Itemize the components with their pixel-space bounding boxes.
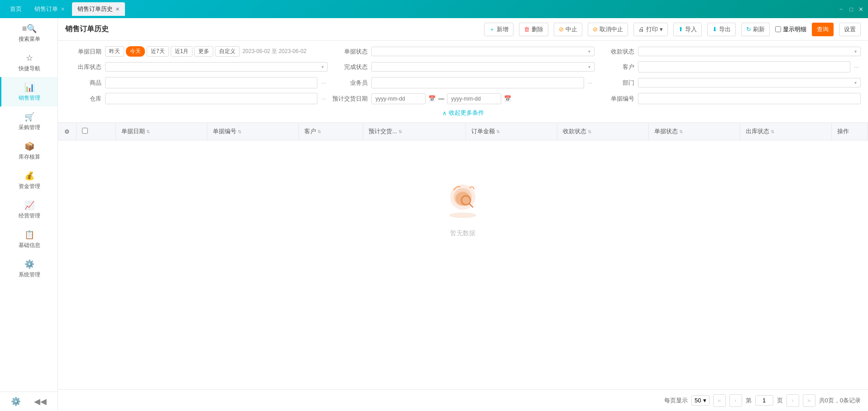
payment-status-select[interactable]: ▾ (638, 47, 861, 56)
last-page-button[interactable]: » (803, 394, 815, 407)
delivery-date-start-input[interactable] (371, 93, 426, 104)
bill-status-arrow-icon: ▾ (588, 49, 590, 54)
tab-home[interactable]: 首页 (5, 2, 27, 16)
next-page-button[interactable]: › (786, 394, 799, 407)
th-payment-status[interactable]: 收款状态 ⇅ (557, 123, 648, 140)
sidebar-item-finance[interactable]: 💰 资金管理 (0, 165, 58, 195)
dept-select[interactable]: ▾ (638, 78, 861, 87)
goods-input[interactable] (105, 77, 317, 88)
th-bill-no[interactable]: 单据编号 ⇅ (207, 123, 298, 140)
close-icon[interactable]: ✕ (858, 6, 863, 13)
maximize-icon[interactable]: □ (849, 6, 853, 13)
tab-sales-order-history-close[interactable]: ✕ (115, 6, 120, 12)
data-table: ⚙ 单据日期 ⇅ 单据编号 (58, 123, 868, 274)
sort-bill-date[interactable]: 单据日期 ⇅ (121, 127, 201, 135)
tab-sales-order-close[interactable]: ✕ (61, 6, 65, 12)
settings-button[interactable]: 设置 (839, 23, 861, 36)
stop-button[interactable]: ⊘ 中止 (554, 23, 582, 36)
sort-out-status[interactable]: 出库状态 ⇅ (746, 127, 826, 135)
first-page-button[interactable]: « (713, 394, 726, 407)
sort-bill-status[interactable]: 单据状态 ⇅ (654, 127, 734, 135)
tab-sales-order[interactable]: 销售订单 ✕ (29, 2, 70, 16)
sort-customer[interactable]: 客户 ⇅ (304, 127, 357, 135)
sort-expected-delivery[interactable]: 预计交货... ⇅ (369, 127, 460, 135)
new-button[interactable]: ＋ 新增 (484, 23, 513, 36)
salesperson-ellipsis[interactable]: ··· (586, 79, 595, 86)
per-page-select[interactable]: 50 ▾ (691, 395, 709, 406)
stop-label: 中止 (566, 25, 577, 34)
sidebar-collapse-icon[interactable]: ◀◀ (34, 396, 47, 406)
import-button[interactable]: ⬆ 导入 (673, 23, 702, 36)
out-status-select[interactable]: ▾ (105, 62, 328, 72)
th-out-status[interactable]: 出库状态 ⇅ (740, 123, 831, 140)
calendar-end-icon[interactable]: 📅 (504, 95, 511, 102)
th-order-amount[interactable]: 订单金额 ⇅ (465, 123, 557, 140)
sidebar-item-basic-info[interactable]: 📋 基础信息 (0, 224, 58, 254)
table-header-row: ⚙ 单据日期 ⇅ 单据编号 (58, 123, 868, 140)
sidebar-settings-icon[interactable]: ⚙️ (11, 396, 21, 406)
date-btn-today[interactable]: 今天 (126, 46, 145, 57)
salesperson-input[interactable] (371, 77, 584, 88)
complete-status-select[interactable]: ▾ (371, 62, 594, 72)
purchase-icon: 🛒 (24, 112, 34, 122)
warehouse-ellipsis[interactable]: ··· (319, 95, 328, 102)
th-customer[interactable]: 客户 ⇅ (298, 123, 363, 140)
payment-status-arrow-icon: ▾ (854, 49, 857, 54)
sidebar-item-search[interactable]: ≡🔍 搜索菜单 (0, 18, 58, 48)
tab-sales-order-history[interactable]: 销售订单历史 ✕ (72, 2, 125, 16)
date-btn-more[interactable]: 更多 (194, 46, 213, 57)
th-settings[interactable]: ⚙ (58, 123, 76, 140)
customer-input[interactable] (638, 61, 850, 73)
sidebar-item-system[interactable]: ⚙️ 系统管理 (0, 254, 58, 283)
goods-ellipsis[interactable]: ··· (319, 79, 328, 86)
date-btn-custom[interactable]: 自定义 (215, 46, 240, 57)
sidebar-label-inventory: 库存核算 (19, 153, 40, 161)
sort-bill-no[interactable]: 单据编号 ⇅ (213, 127, 293, 135)
collapse-button[interactable]: ∧ 收起更多条件 (65, 109, 861, 117)
display-cols-toggle[interactable]: 显示明细 (775, 25, 806, 34)
sidebar-label-system: 系统管理 (19, 271, 40, 279)
select-all-checkbox[interactable] (82, 128, 88, 134)
goods-label: 商品 (65, 79, 101, 87)
th-bill-status[interactable]: 单据状态 ⇅ (648, 123, 740, 140)
bill-status-select[interactable]: ▾ (371, 47, 594, 56)
page-number-input[interactable] (755, 395, 773, 406)
tab-home-label: 首页 (10, 5, 22, 13)
top-bar: 首页 销售订单 ✕ 销售订单历史 ✕ － □ ✕ (0, 0, 868, 18)
delivery-date-end-input[interactable] (447, 93, 501, 104)
sort-order-amount[interactable]: 订单金额 ⇅ (471, 127, 551, 135)
th-bill-date[interactable]: 单据日期 ⇅ (115, 123, 207, 140)
sidebar-item-quick-nav[interactable]: ☆ 快捷导航 (0, 48, 58, 77)
minimize-icon[interactable]: － (838, 5, 844, 13)
sidebar-item-inventory[interactable]: 📦 库存核算 (0, 136, 58, 165)
query-button[interactable]: 查询 (812, 23, 834, 36)
warehouse-input[interactable] (105, 93, 317, 104)
prev-page-button[interactable]: ‹ (729, 394, 742, 407)
finance-icon: 💰 (24, 171, 34, 181)
svg-point-0 (449, 213, 476, 218)
refresh-button[interactable]: ↻ 刷新 (741, 23, 770, 36)
plus-icon: ＋ (489, 25, 495, 34)
calendar-start-icon[interactable]: 📅 (428, 95, 436, 102)
date-btn-last1m[interactable]: 近1月 (171, 46, 193, 57)
sort-payment-status[interactable]: 收款状态 ⇅ (563, 127, 643, 135)
th-expected-delivery[interactable]: 预计交货... ⇅ (363, 123, 466, 140)
sidebar-item-sales[interactable]: 📊 销售管理 (0, 77, 58, 106)
sidebar-item-purchase[interactable]: 🛒 采购管理 (0, 106, 58, 136)
print-button[interactable]: 🖨 打印 ▾ (633, 23, 668, 36)
warehouse-label: 仓库 (65, 95, 101, 103)
display-cols-checkbox[interactable] (775, 26, 781, 32)
cancel-stop-button[interactable]: ⊘ 取消中止 (588, 23, 628, 36)
customer-ellipsis[interactable]: ··· (852, 63, 861, 70)
per-page-value: 50 (695, 397, 701, 404)
payment-status-label: 收款状态 (598, 48, 634, 56)
delivery-date-group: 📅 — 📅 (371, 93, 594, 104)
settings-gear-icon[interactable]: ⚙ (64, 128, 70, 135)
print-arrow-icon: ▾ (660, 26, 663, 33)
sidebar-item-operation[interactable]: 📈 经营管理 (0, 195, 58, 224)
date-btn-yesterday[interactable]: 昨天 (105, 46, 124, 57)
bill-no-input[interactable] (638, 93, 861, 104)
export-button[interactable]: ⬇ 导出 (707, 23, 736, 36)
delete-button[interactable]: 🗑 删除 (519, 23, 548, 36)
date-btn-last7[interactable]: 近7天 (147, 46, 169, 57)
